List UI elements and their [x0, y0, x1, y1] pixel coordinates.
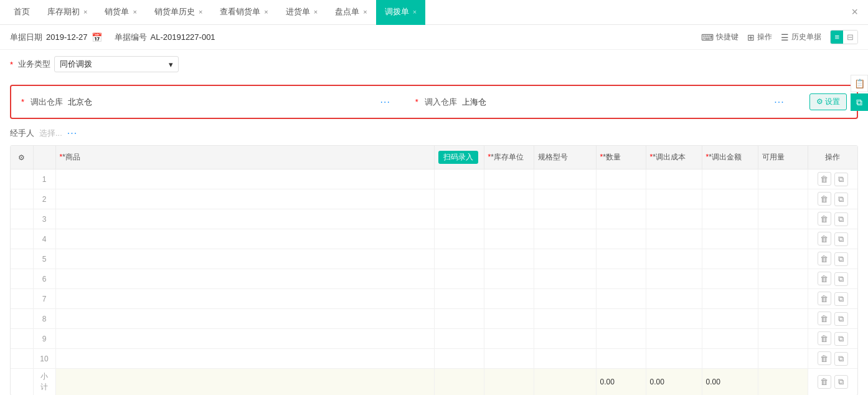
copy-icon[interactable]: ⧉: [834, 375, 848, 389]
copy-icon[interactable]: ⧉: [834, 292, 848, 306]
row-cost-cell[interactable]: [646, 289, 702, 309]
row-qty-cell[interactable]: [596, 209, 646, 229]
sidebar-doc-button[interactable]: 📋: [851, 75, 868, 92]
row-unit-cell[interactable]: [484, 169, 534, 189]
transfer-in-value[interactable]: 上海仓: [462, 97, 769, 108]
row-unit-cell[interactable]: [484, 349, 534, 369]
row-amount-cell[interactable]: [702, 249, 758, 269]
copy-icon[interactable]: ⧉: [834, 332, 848, 346]
copy-icon[interactable]: ⧉: [834, 272, 848, 286]
row-spec-cell[interactable]: [534, 309, 596, 329]
tab-close-sales-order[interactable]: ×: [133, 8, 136, 16]
row-cost-cell[interactable]: [646, 209, 702, 229]
row-product-cell[interactable]: [55, 249, 434, 269]
row-amount-cell[interactable]: [702, 349, 758, 369]
warehouse-settings-button[interactable]: ⚙ 设置: [809, 93, 847, 110]
row-amount-cell[interactable]: [702, 289, 758, 309]
row-cost-cell[interactable]: [646, 169, 702, 189]
row-cost-cell[interactable]: [646, 329, 702, 349]
row-amount-cell[interactable]: [702, 229, 758, 249]
row-spec-cell[interactable]: [534, 229, 596, 249]
row-product-cell[interactable]: [55, 349, 434, 369]
tab-close-view-sales[interactable]: ×: [264, 8, 268, 16]
row-qty-cell[interactable]: [596, 289, 646, 309]
delete-icon[interactable]: 🗑: [818, 252, 831, 265]
copy-icon[interactable]: ⧉: [834, 352, 848, 366]
row-amount-cell[interactable]: [702, 209, 758, 229]
row-spec-cell[interactable]: [534, 269, 596, 289]
view-grid-button[interactable]: ⊟: [843, 31, 857, 44]
delete-icon[interactable]: 🗑: [818, 232, 831, 245]
delete-icon[interactable]: 🗑: [818, 212, 831, 226]
tab-inventory-check[interactable]: 盘点单 ×: [326, 0, 375, 25]
row-product-cell[interactable]: [55, 169, 434, 189]
row-product-cell[interactable]: [55, 329, 434, 349]
row-unit-cell[interactable]: [484, 329, 534, 349]
handler-select[interactable]: 选择...: [39, 128, 62, 139]
business-type-select[interactable]: 同价调拨 ▾: [54, 56, 179, 72]
row-spec-cell[interactable]: [534, 169, 596, 189]
copy-icon[interactable]: ⧉: [834, 212, 848, 226]
row-product-cell[interactable]: [55, 269, 434, 289]
row-amount-cell[interactable]: [702, 189, 758, 209]
row-qty-cell[interactable]: [596, 329, 646, 349]
row-amount-cell[interactable]: [702, 329, 758, 349]
tab-close-transfer-order[interactable]: ×: [413, 8, 417, 16]
row-spec-cell[interactable]: [534, 349, 596, 369]
copy-icon[interactable]: ⧉: [834, 312, 848, 326]
row-qty-cell[interactable]: [596, 189, 646, 209]
operation-button[interactable]: ⊞ 操作: [747, 32, 772, 42]
delete-icon[interactable]: 🗑: [818, 375, 831, 389]
row-cost-cell[interactable]: [646, 349, 702, 369]
row-spec-cell[interactable]: [534, 329, 596, 349]
history-button[interactable]: ☰ 历史单据: [781, 32, 821, 42]
tab-close-inventory-check[interactable]: ×: [363, 8, 367, 16]
tab-home[interactable]: 首页: [5, 0, 39, 25]
scan-button[interactable]: 扫码录入: [438, 151, 478, 164]
row-unit-cell[interactable]: [484, 249, 534, 269]
sidebar-link-button[interactable]: ⧉: [851, 93, 868, 111]
row-product-cell[interactable]: [55, 229, 434, 249]
row-amount-cell[interactable]: [702, 169, 758, 189]
row-qty-cell[interactable]: [596, 269, 646, 289]
row-amount-cell[interactable]: [702, 309, 758, 329]
transfer-out-value[interactable]: 北京仓: [68, 97, 375, 108]
window-close-button[interactable]: ×: [846, 6, 863, 19]
shortcut-button[interactable]: ⌨ 快捷键: [701, 32, 738, 42]
tab-purchase-order[interactable]: 进货单 ×: [277, 0, 326, 25]
row-qty-cell[interactable]: [596, 229, 646, 249]
delete-icon[interactable]: 🗑: [818, 351, 831, 365]
calendar-icon[interactable]: 📅: [92, 32, 102, 42]
row-cost-cell[interactable]: [646, 309, 702, 329]
copy-icon[interactable]: ⧉: [834, 232, 848, 246]
tab-close-purchase-order[interactable]: ×: [314, 8, 318, 16]
tab-sales-history[interactable]: 销货单历史 ×: [146, 0, 211, 25]
row-qty-cell[interactable]: [596, 169, 646, 189]
row-product-cell[interactable]: [55, 189, 434, 209]
delete-icon[interactable]: 🗑: [818, 331, 831, 345]
row-spec-cell[interactable]: [534, 209, 596, 229]
transfer-in-more-icon[interactable]: ···: [774, 97, 784, 108]
row-qty-cell[interactable]: [596, 349, 646, 369]
row-unit-cell[interactable]: [484, 229, 534, 249]
row-spec-cell[interactable]: [534, 189, 596, 209]
copy-icon[interactable]: ⧉: [834, 193, 848, 206]
row-spec-cell[interactable]: [534, 249, 596, 269]
row-product-cell[interactable]: [55, 209, 434, 229]
row-cost-cell[interactable]: [646, 189, 702, 209]
handler-more-icon[interactable]: ···: [67, 128, 77, 139]
tab-inventory-init[interactable]: 库存期初 ×: [39, 0, 96, 25]
delete-icon[interactable]: 🗑: [818, 192, 831, 206]
row-unit-cell[interactable]: [484, 209, 534, 229]
row-qty-cell[interactable]: [596, 309, 646, 329]
row-qty-cell[interactable]: [596, 249, 646, 269]
delete-icon[interactable]: 🗑: [818, 172, 831, 186]
row-product-cell[interactable]: [55, 309, 434, 329]
delete-icon[interactable]: 🗑: [818, 292, 831, 305]
row-cost-cell[interactable]: [646, 249, 702, 269]
tab-close-inventory-init[interactable]: ×: [83, 8, 87, 16]
date-value[interactable]: 2019-12-27: [46, 32, 88, 42]
row-unit-cell[interactable]: [484, 309, 534, 329]
tab-view-sales[interactable]: 查看销货单 ×: [211, 0, 276, 25]
row-unit-cell[interactable]: [484, 269, 534, 289]
